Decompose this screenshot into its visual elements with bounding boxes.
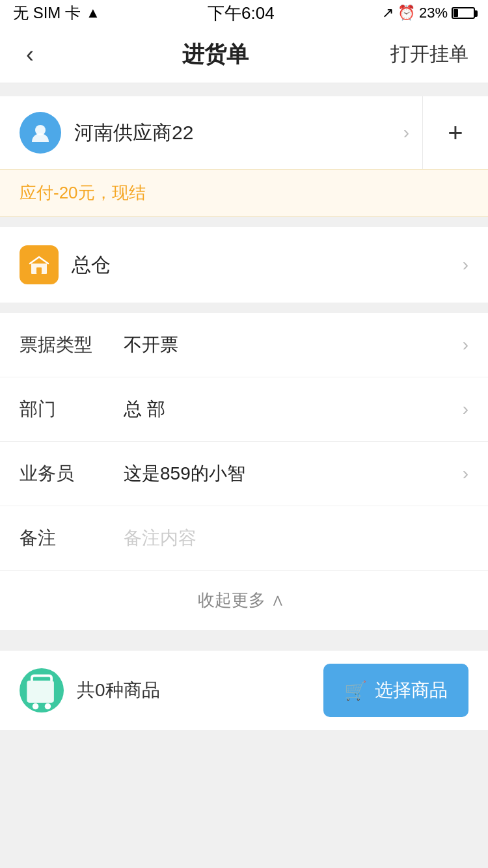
carrier-text: 无 SIM 卡: [13, 3, 81, 23]
notice-bar: 应付-20元，现结: [0, 169, 488, 217]
alarm-icon: ⏰: [398, 5, 415, 21]
status-time: 下午6:04: [208, 2, 275, 25]
section-divider-4: [0, 630, 488, 640]
collapse-label: 收起更多 ∧: [198, 589, 284, 612]
page-title: 进货单: [182, 40, 249, 70]
add-icon: +: [448, 118, 463, 148]
warehouse-chevron-icon: ›: [463, 254, 468, 275]
remark-input[interactable]: 备注内容: [124, 526, 468, 550]
supplier-avatar-icon: [29, 121, 52, 144]
section-divider-1: [0, 83, 488, 96]
warehouse-icon-container: [20, 245, 59, 284]
supplier-avatar: [20, 112, 61, 154]
back-button[interactable]: ‹: [20, 34, 40, 75]
salesperson-chevron-icon: ›: [463, 463, 468, 484]
product-bar: 共0种商品 🛒 选择商品: [0, 651, 488, 730]
battery-icon: [452, 7, 475, 19]
product-cart-icon: [20, 668, 64, 712]
product-icon-container: [20, 668, 64, 712]
select-product-button[interactable]: 🛒 选择商品: [323, 664, 468, 717]
status-bar: 无 SIM 卡 ▲ 下午6:04 ↗ ⏰ 23%: [0, 0, 488, 26]
wifi-icon: ▲: [86, 5, 100, 21]
location-icon: ↗: [382, 5, 394, 21]
supplier-add-button[interactable]: +: [423, 118, 488, 148]
status-right: ↗ ⏰ 23%: [382, 5, 475, 21]
invoice-type-row[interactable]: 票据类型 不开票 ›: [0, 313, 488, 377]
svg-rect-2: [36, 267, 42, 274]
battery-fill: [454, 9, 458, 17]
notice-text: 应付-20元，现结: [20, 183, 146, 202]
supplier-selector[interactable]: 河南供应商22 ›: [0, 96, 423, 169]
section-divider-3: [0, 303, 488, 313]
department-label: 部门: [20, 397, 124, 422]
department-row[interactable]: 部门 总 部 ›: [0, 377, 488, 442]
supplier-name: 河南供应商22: [74, 120, 397, 146]
supplier-section: 河南供应商22 › +: [0, 96, 488, 169]
invoice-type-value: 不开票: [124, 332, 456, 357]
battery-percent: 23%: [419, 5, 448, 21]
invoice-type-label: 票据类型: [20, 332, 124, 357]
salesperson-row[interactable]: 业务员 这是859的小智 ›: [0, 442, 488, 506]
open-pending-button[interactable]: 打开挂单: [390, 41, 468, 68]
svg-point-4: [33, 703, 38, 709]
nav-bar: ‹ 进货单 打开挂单: [0, 26, 488, 83]
invoice-type-chevron-icon: ›: [463, 334, 468, 355]
section-divider-2: [0, 217, 488, 227]
select-product-icon: 🛒: [344, 680, 367, 701]
remark-row[interactable]: 备注 备注内容: [0, 506, 488, 570]
gray-area: [0, 730, 488, 868]
svg-point-5: [45, 703, 51, 709]
form-section: 票据类型 不开票 › 部门 总 部 › 业务员 这是859的小智 › 备注 备注…: [0, 313, 488, 570]
warehouse-row[interactable]: 总仓 ›: [0, 227, 488, 303]
remark-label: 备注: [20, 526, 124, 550]
department-chevron-icon: ›: [463, 399, 468, 420]
product-count-text: 共0种商品: [77, 678, 323, 703]
department-value: 总 部: [124, 397, 456, 422]
salesperson-value: 这是859的小智: [124, 461, 456, 486]
salesperson-label: 业务员: [20, 461, 124, 486]
supplier-chevron-icon: ›: [403, 122, 409, 143]
warehouse-icon: [29, 254, 49, 275]
status-left: 无 SIM 卡 ▲: [13, 3, 100, 23]
select-product-label: 选择商品: [375, 678, 448, 703]
collapse-row[interactable]: 收起更多 ∧: [0, 570, 488, 630]
svg-rect-3: [27, 681, 54, 703]
warehouse-name: 总仓: [72, 252, 456, 278]
